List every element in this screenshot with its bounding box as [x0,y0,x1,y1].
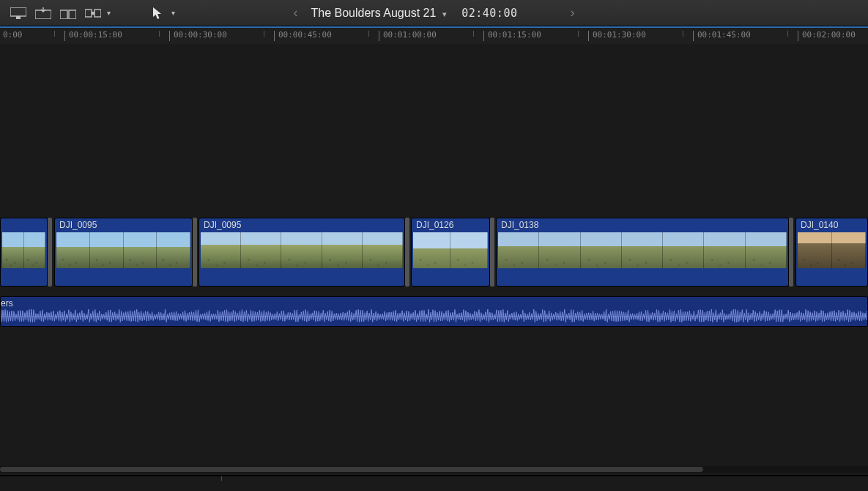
clip-edge-handle[interactable] [48,218,52,287]
ruler-tick-label: 00:00:15:00 [69,30,122,40]
timeline-toolbar: ▾ ▾ ‹ The Boulders August 21 ▾ 02:40:00 … [0,0,868,26]
bottom-divider [0,475,868,476]
clip-filmstrip [56,232,190,268]
toolbar-left-group: ▾ ▾ [0,7,179,20]
clip-thumbnail [56,232,90,268]
project-title-dropdown-icon[interactable]: ▾ [442,10,447,18]
ruler-tick-label: 0:00 [3,30,23,40]
clip-edge-handle[interactable] [789,218,793,287]
clip-thumbnail [663,232,704,268]
clip-filmstrip [498,232,787,268]
svg-rect-3 [60,10,67,19]
select-tool-dropdown-icon[interactable]: ▾ [171,9,179,17]
svg-rect-0 [10,7,26,16]
clip-filmstrip [413,232,488,268]
clip-label: DJI_0140 [801,220,838,230]
video-clip[interactable]: DJI_0126 [411,218,490,287]
clip-label: DJI_0126 [416,220,453,230]
clip-thumbnail [498,232,539,268]
video-clip[interactable] [0,218,48,287]
svg-rect-7 [92,12,94,15]
video-clip[interactable]: DJI_0138 [496,218,789,287]
clip-tools-dropdown-icon[interactable]: ▾ [107,9,114,17]
clip-thumbnail [746,232,787,268]
timeline-ruler[interactable]: 0:0000:00:15:0000:00:30:0000:00:45:0000:… [0,28,868,44]
timeline-body[interactable]: DJI_0095DJI_0095DJI_0126DJI_0138DJI_0140… [0,44,868,462]
clip-filmstrip [201,232,403,268]
svg-rect-6 [94,10,101,17]
video-clip[interactable]: DJI_0095 [54,218,193,287]
bottom-mark [221,476,222,481]
ruler-tick-label: 00:01:45:00 [697,30,751,40]
clip-thumbnail [90,232,124,268]
append-clip-icon[interactable] [35,7,51,20]
video-track: DJI_0095DJI_0095DJI_0126DJI_0138DJI_0140 [0,218,868,287]
audio-waveform [1,309,867,326]
svg-rect-1 [16,16,21,19]
clip-thumbnail [281,232,322,268]
clip-thumbnail [539,232,580,268]
overwrite-clip-icon[interactable] [60,7,76,20]
clip-label: DJI_0095 [59,220,97,230]
clip-filmstrip [798,232,866,268]
select-tool-icon[interactable] [149,7,166,20]
prev-project-button[interactable]: ‹ [289,5,303,21]
horizontal-scrollbar[interactable] [0,466,868,473]
audio-clip-label: ers [1,298,13,309]
clip-thumbnail [363,232,403,268]
video-clip[interactable]: DJI_0140 [795,218,868,287]
video-clip[interactable]: DJI_0095 [199,218,405,287]
project-title[interactable]: The Boulders August 21 [311,7,437,19]
clip-thumbnail [798,232,832,268]
clip-thumbnail [241,232,281,268]
clip-label: DJI_0138 [501,220,538,230]
clip-label: DJI_0095 [204,220,241,230]
playhead-timecode[interactable]: 02:40:00 [461,7,517,20]
clip-thumbnail [157,232,190,268]
clip-thumbnail [832,232,867,268]
insert-clip-icon[interactable] [10,7,26,20]
clip-edge-handle[interactable] [405,218,409,287]
clip-thumbnail [322,232,363,268]
ruler-tick-label: 00:01:15:00 [488,30,541,40]
clip-thumbnail [704,232,745,268]
ruler-tick-label: 00:00:30:00 [174,30,227,40]
toolbar-center: ‹ The Boulders August 21 ▾ 02:40:00 › [289,5,579,21]
clip-thumbnail [413,232,450,268]
clip-thumbnail [581,232,622,268]
clip-thumbnail [2,232,24,268]
clip-thumbnail [201,232,241,268]
audio-clip[interactable]: ers [0,296,868,327]
clip-filmstrip [2,232,45,268]
svg-rect-4 [69,10,76,19]
ruler-tick-label: 00:02:00:00 [802,30,856,40]
horizontal-scrollbar-thumb[interactable] [0,467,703,472]
clip-thumbnail [24,232,46,268]
svg-rect-5 [85,10,92,17]
connect-clip-icon[interactable] [85,7,101,20]
clip-thumbnail [622,232,663,268]
clip-thumbnail [450,232,488,268]
clip-thumbnail [124,232,157,268]
clip-edge-handle[interactable] [193,218,197,287]
ruler-tick-label: 00:00:45:00 [278,30,332,40]
ruler-tick-label: 00:01:30:00 [593,30,646,40]
ruler-tick-label: 00:01:00:00 [383,30,437,40]
clip-edge-handle[interactable] [490,218,494,287]
next-project-button[interactable]: › [565,5,579,21]
